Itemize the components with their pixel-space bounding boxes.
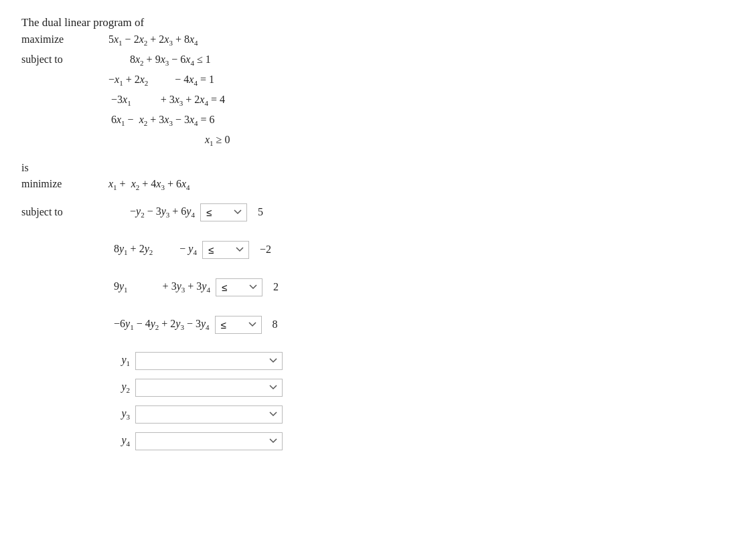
primal-constraint-1: 8x2 + 9x3 − 6x4 ≤ 1 [108,54,735,67]
dual-constraint-row-4: −6y1 − 4y2 + 2y3 − 3y4 ≤ ≥ = 8 [21,310,735,339]
var-label-y1: y1 [108,354,130,367]
var-row-y2: y2 ≥ 0 ≤ 0 free [108,375,735,400]
primal-constraint-row-1: subject to 8x2 + 9x3 − 6x4 ≤ 1 [21,54,735,72]
primal-constraint-row-3: −3x1 + 3x3 + 2x4 = 4 [21,94,735,112]
minimize-row: minimize x1 + x2 + 4x3 + 6x4 [21,178,735,197]
primal-constraint-4: 6x1 − x2 + 3x3 − 3x4 = 6 [108,114,735,127]
dual-constraint-3-relation[interactable]: ≤ ≥ = [216,278,262,296]
primal-constraint-row-5: x1 ≥ 0 [21,134,735,153]
var-label-y3: y3 [108,407,130,421]
subject-to-label-1: subject to [21,54,108,66]
primal-constraint-2: −x1 + 2x2 − 4x4 = 1 [108,74,735,87]
maximize-row: maximize 5x1 − 2x2 + 2x3 + 8x4 [21,33,735,52]
dual-objective: x1 + x2 + 4x3 + 6x4 [108,178,735,191]
var-y2-constraint[interactable]: ≥ 0 ≤ 0 free [135,379,283,397]
dual-constraint-4-rhs: 8 [273,318,293,331]
dual-constraint-2-relation[interactable]: ≤ ≥ = [202,241,249,259]
dual-constraint-expr-3: 9y1 + 3y3 + 3y4 [114,280,210,294]
var-row-y3: y3 ≥ 0 ≤ 0 free [108,401,735,427]
primal-constraint-5: x1 ≥ 0 [108,134,735,147]
dual-constraint-row-3: 9y1 + 3y3 + 3y4 ≤ ≥ = 2 [21,273,735,301]
dual-constraint-expr-2: 8y1 + 2y2 − y4 [114,243,197,256]
dual-constraint-row-2: 8y1 + 2y2 − y4 ≤ ≥ = −2 [21,236,735,264]
main-content: The dual linear program of maximize 5x1 … [21,16,735,454]
maximize-label: maximize [21,33,108,45]
dual-constraint-expr-4: −6y1 − 4y2 + 2y3 − 3y4 [114,318,210,331]
primal-objective: 5x1 − 2x2 + 2x3 + 8x4 [108,33,735,47]
var-label-y2: y2 [108,381,130,394]
var-row-y4: y4 ≥ 0 ≤ 0 free [108,428,735,454]
intro-text: The dual linear program of [21,16,735,29]
primal-constraint-row-2: −x1 + 2x2 − 4x4 = 1 [21,74,735,92]
dual-lp: minimize x1 + x2 + 4x3 + 6x4 subject to … [21,178,735,454]
is-separator: is [21,162,735,174]
var-row-y1: y1 ≥ 0 ≤ 0 free [108,348,735,373]
primal-lp: maximize 5x1 − 2x2 + 2x3 + 8x4 subject t… [21,33,735,153]
primal-constraint-row-4: 6x1 − x2 + 3x3 − 3x4 = 6 [21,114,735,132]
dual-constraint-expr-1: −y2 − 3y3 + 6y4 [114,205,195,219]
dual-constraint-row-1: subject to −y2 − 3y3 + 6y4 ≤ ≥ = 5 [21,198,735,226]
var-y1-constraint[interactable]: ≥ 0 ≤ 0 free [135,352,283,370]
var-y3-constraint[interactable]: ≥ 0 ≤ 0 free [135,405,283,424]
dual-constraint-3-rhs: 2 [273,281,293,293]
var-label-y4: y4 [108,434,130,448]
dual-constraint-1-relation[interactable]: ≤ ≥ = [200,203,247,221]
dual-constraint-1-rhs: 5 [258,206,278,218]
dual-subject-to-label: subject to [21,206,108,218]
primal-constraint-3: −3x1 + 3x3 + 2x4 = 4 [108,94,735,107]
minimize-label: minimize [21,178,108,190]
dual-constraint-2-rhs: −2 [260,244,280,256]
var-y4-constraint[interactable]: ≥ 0 ≤ 0 free [135,432,283,450]
dual-constraint-4-relation[interactable]: ≤ ≥ = [215,316,262,334]
